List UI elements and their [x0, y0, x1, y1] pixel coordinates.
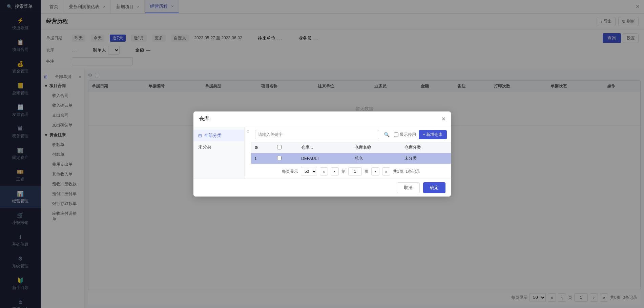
modal-total-label: 共1页, 1条记录 — [393, 169, 420, 174]
modal-col-name: 仓库名称 — [351, 142, 401, 153]
show-disabled-label[interactable]: 显示停用 — [394, 132, 416, 138]
modal-prev-page-btn[interactable]: ‹ — [331, 167, 339, 176]
modal-sidebar-collapse[interactable]: « — [244, 127, 251, 179]
modal-col-check — [274, 142, 298, 153]
show-disabled-text: 显示停用 — [400, 132, 416, 138]
modal-actions: 取消 确定 — [193, 179, 451, 197]
modal-select-all[interactable] — [277, 145, 282, 149]
modal-next-page-btn[interactable]: › — [371, 167, 379, 176]
show-disabled-checkbox[interactable] — [394, 132, 398, 137]
row-code: DEFAULT — [298, 153, 351, 164]
modal-title: 仓库 — [199, 116, 209, 122]
modal-page-suffix: 页 — [365, 169, 369, 174]
table-row[interactable]: 1 DEFAULT 总仓 未分类 — [251, 153, 451, 164]
warehouse-modal: 仓库 × ⊞ 全部分类 未分类 « — [193, 111, 451, 197]
modal-toolbar: 🔍 显示停用 + 新增仓库 — [251, 127, 451, 142]
add-warehouse-btn[interactable]: + 新增仓库 — [419, 130, 446, 139]
modal-body: ⊞ 全部分类 未分类 « 🔍 显示停用 — [193, 127, 451, 179]
gear-icon2[interactable]: ⚙ — [254, 145, 258, 150]
row-category: 未分类 — [401, 153, 451, 164]
modal-table: ⚙ 仓库... 仓库名称 仓库分类 1 DEFAULT — [251, 142, 451, 164]
modal-page-prefix: 第 — [341, 169, 346, 174]
modal-overlay: 仓库 × ⊞ 全部分类 未分类 « — [0, 0, 644, 308]
row-seq: 1 — [251, 153, 274, 164]
all-categories-item[interactable]: ⊞ 全部分类 — [193, 130, 244, 141]
modal-col-settings: ⚙ — [251, 142, 274, 153]
unclassified-label: 未分类 — [198, 144, 211, 150]
confirm-button[interactable]: 确定 — [423, 182, 445, 193]
modal-search-input[interactable] — [255, 130, 379, 139]
modal-header: 仓库 × — [193, 111, 451, 127]
grid-icon2: ⊞ — [198, 133, 202, 138]
modal-sidebar: ⊞ 全部分类 未分类 — [193, 127, 244, 179]
cancel-button[interactable]: 取消 — [397, 182, 420, 193]
modal-page-input[interactable] — [348, 167, 362, 176]
row-checkbox[interactable] — [274, 153, 298, 164]
row-name: 总仓 — [351, 153, 401, 164]
modal-pagination: 每页显示 50 « ‹ 第 页 › » 共1页, 1条记录 — [251, 164, 451, 179]
modal-table-wrapper: ⚙ 仓库... 仓库名称 仓库分类 1 DEFAULT — [251, 142, 451, 164]
modal-col-category: 仓库分类 — [401, 142, 451, 153]
unclassified-item[interactable]: 未分类 — [193, 141, 244, 153]
modal-last-page-btn[interactable]: » — [382, 167, 390, 176]
modal-search-btn[interactable]: 🔍 — [382, 130, 391, 139]
modal-col-code: 仓库... — [298, 142, 351, 153]
modal-main: 🔍 显示停用 + 新增仓库 ⚙ 仓库... — [251, 127, 451, 179]
modal-close-btn[interactable]: × — [442, 116, 445, 123]
modal-per-page-label: 每页显示 — [282, 169, 298, 174]
modal-per-page-select[interactable]: 50 — [301, 167, 317, 176]
collapse-icon: « — [247, 128, 249, 134]
modal-first-page-btn[interactable]: « — [320, 167, 328, 176]
all-cat-label: 全部分类 — [204, 132, 222, 139]
